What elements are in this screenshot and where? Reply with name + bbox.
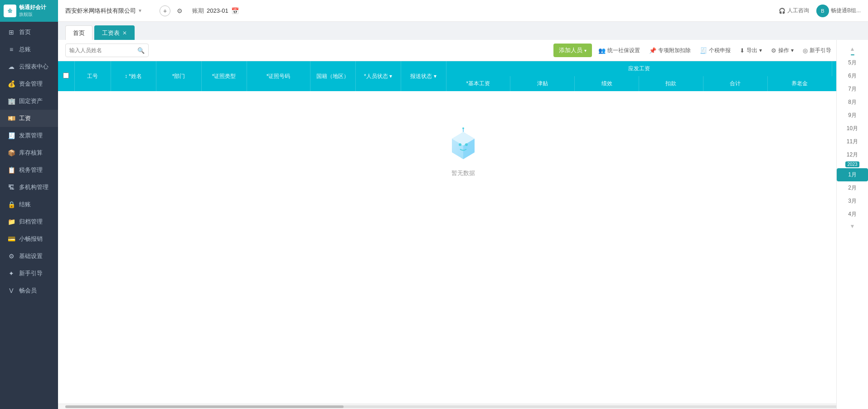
date-month-8[interactable]: 8月 bbox=[837, 96, 868, 109]
th-person-status[interactable]: *人员状态 ▾ bbox=[355, 61, 401, 91]
scroll-thumb[interactable] bbox=[65, 405, 344, 408]
sidebar-item-salary[interactable]: 💴 工资 bbox=[0, 110, 58, 127]
calendar-icon[interactable]: 📅 bbox=[231, 7, 239, 15]
sidebar-item-member[interactable]: V 畅会员 bbox=[0, 282, 58, 299]
sidebar-icon-funds: 💰 bbox=[7, 80, 15, 88]
operations-button[interactable]: ⚙ 操作 ▾ bbox=[768, 44, 796, 57]
th-dept: *部门 bbox=[156, 61, 201, 91]
sidebar-label-invoice: 发票管理 bbox=[19, 131, 43, 140]
search-icon[interactable]: 🔍 bbox=[137, 47, 145, 54]
add-people-label: 添加人员 bbox=[559, 46, 582, 54]
sidebar-item-funds[interactable]: 💰 资金管理 bbox=[0, 75, 58, 93]
date-month-1-2023[interactable]: 1月 bbox=[837, 168, 868, 181]
th-report-status[interactable]: 报送状态 ▾ bbox=[401, 61, 446, 91]
date-prev-button[interactable]: ▲ bbox=[847, 44, 858, 54]
sidebar-item-multi-org[interactable]: 🏗 多机构管理 bbox=[0, 179, 58, 196]
export-button[interactable]: ⬇ 导出 ▾ bbox=[737, 44, 765, 57]
sidebar-icon-inventory: 📦 bbox=[7, 149, 15, 156]
date-month-11[interactable]: 11月 bbox=[837, 135, 868, 148]
personal-tax-button[interactable]: 🧾 个税申报 bbox=[697, 44, 733, 57]
th-cert-type: *证照类型 bbox=[201, 61, 247, 91]
sidebar-icon-tax: 📋 bbox=[7, 166, 15, 174]
date-panel: ▲ 5月 6月 7月 8月 9月 10月 11月 12月 2023 1月 2月 … bbox=[836, 40, 868, 409]
tab-home[interactable]: 首页 bbox=[65, 25, 92, 40]
personal-tax-label: 个税申报 bbox=[709, 47, 731, 54]
customer-service[interactable]: 🎧 人工咨询 bbox=[779, 7, 809, 15]
sidebar-label-guide: 新手引导 bbox=[19, 269, 43, 278]
content-area: 🔍 添加人员 ▾ 👥 统一社保设置 📌 专项附加扣除 🧾 个税申报 ⬇ 导出 bbox=[58, 40, 868, 409]
tab-salary[interactable]: 工资表 ✕ bbox=[94, 25, 135, 40]
th-deduction: 扣款 bbox=[639, 76, 703, 91]
table-header-row-1: 工号 ↕ *姓名 *部门 *证照类型 *证照号码 国籍（地区） *人员状态 ▾ … bbox=[58, 61, 868, 76]
add-company-button[interactable]: + bbox=[160, 5, 170, 16]
sidebar-item-cloud-report[interactable]: ☁ 云报表中心 bbox=[0, 58, 58, 75]
date-month-5[interactable]: 5月 bbox=[837, 56, 868, 69]
horizontal-scrollbar[interactable] bbox=[58, 404, 868, 409]
select-all-checkbox[interactable] bbox=[63, 73, 69, 78]
sidebar-item-close[interactable]: 🔒 结账 bbox=[0, 196, 58, 213]
special-deduction-icon: 📌 bbox=[649, 47, 656, 54]
sidebar-label-salary: 工资 bbox=[19, 114, 31, 122]
sidebar-item-fixed-assets[interactable]: 🏢 固定资产 bbox=[0, 93, 58, 110]
date-month-7[interactable]: 7月 bbox=[837, 83, 868, 96]
th-region: 国籍（地区） bbox=[310, 61, 355, 91]
sidebar-item-tax[interactable]: 📋 税务管理 bbox=[0, 161, 58, 179]
sidebar-item-invoice[interactable]: 🧾 发票管理 bbox=[0, 127, 58, 144]
date-month-6[interactable]: 6月 bbox=[837, 69, 868, 83]
svg-point-6 bbox=[462, 127, 464, 129]
empty-state-cell: 暂无数据 bbox=[58, 91, 868, 214]
tab-salary-close[interactable]: ✕ bbox=[122, 30, 127, 36]
search-input[interactable] bbox=[69, 47, 137, 54]
topbar: 西安虾米网络科技有限公司 ▼ + ⚙ 账期 2023-01 📅 🎧 人工咨询 B… bbox=[58, 0, 868, 22]
sidebar-icon-cloud-report: ☁ bbox=[7, 63, 15, 70]
headset-icon: 🎧 bbox=[779, 8, 786, 14]
date-month-9[interactable]: 9月 bbox=[837, 109, 868, 122]
date-month-4[interactable]: 4月 bbox=[837, 208, 868, 221]
th-checkbox[interactable] bbox=[58, 61, 74, 91]
tab-salary-label: 工资表 bbox=[102, 29, 120, 37]
social-insurance-button[interactable]: 👥 统一社保设置 bbox=[596, 44, 643, 57]
company-name: 西安虾米网络科技有限公司 bbox=[65, 7, 136, 15]
sidebar-label-home: 首页 bbox=[19, 28, 31, 36]
sidebar-icon-settings: ⚙ bbox=[7, 253, 15, 260]
sidebar-label-inventory: 库存核算 bbox=[19, 149, 43, 157]
empty-state: 暂无数据 bbox=[58, 91, 868, 214]
company-selector[interactable]: 西安虾米网络科技有限公司 ▼ bbox=[65, 7, 156, 15]
sidebar-item-expense[interactable]: 💳 小畅报销 bbox=[0, 230, 58, 248]
date-month-12[interactable]: 12月 bbox=[837, 148, 868, 161]
sidebar-label-cloud-report: 云报表中心 bbox=[19, 63, 48, 71]
sidebar-label-archive: 归档管理 bbox=[19, 218, 43, 226]
logo-text: 畅通好会计 bbox=[19, 4, 46, 11]
empty-icon bbox=[445, 127, 481, 164]
company-dropdown-icon: ▼ bbox=[138, 8, 142, 13]
date-month-2[interactable]: 2月 bbox=[837, 181, 868, 195]
sidebar-label-expense: 小畅报销 bbox=[19, 235, 43, 243]
sidebar-item-ledger[interactable]: ≡ 总账 bbox=[0, 41, 58, 58]
user-profile[interactable]: B 畅捷通B组... bbox=[816, 5, 861, 17]
date-next-button[interactable]: ▼ bbox=[847, 221, 858, 232]
th-performance: 绩效 bbox=[575, 76, 639, 91]
settings-button[interactable]: ⚙ bbox=[174, 5, 185, 16]
sidebar-item-home[interactable]: ⊞ 首页 bbox=[0, 24, 58, 41]
th-pension: 养老金 bbox=[767, 76, 832, 91]
tabbar: 首页 工资表 ✕ bbox=[58, 22, 868, 40]
new-guide-button[interactable]: ◎ 新手引导 bbox=[800, 44, 834, 57]
date-month-3[interactable]: 3月 bbox=[837, 195, 868, 208]
table-body: 暂无数据 bbox=[58, 91, 868, 214]
special-deduction-button[interactable]: 📌 专项附加扣除 bbox=[646, 44, 693, 57]
avatar: B bbox=[816, 5, 829, 17]
sidebar-item-settings[interactable]: ⚙ 基础设置 bbox=[0, 248, 58, 265]
th-id: 工号 bbox=[74, 61, 111, 91]
th-base-salary: *基本工资 bbox=[446, 76, 510, 91]
th-name[interactable]: ↕ *姓名 bbox=[111, 61, 156, 91]
sidebar-item-inventory[interactable]: 📦 库存核算 bbox=[0, 144, 58, 161]
date-month-10[interactable]: 10月 bbox=[837, 122, 868, 135]
sidebar-icon-home: ⊞ bbox=[7, 29, 15, 36]
add-people-button[interactable]: 添加人员 ▾ bbox=[553, 44, 592, 57]
sidebar-label-tax: 税务管理 bbox=[19, 166, 43, 174]
sidebar-item-guide[interactable]: ✦ 新手引导 bbox=[0, 265, 58, 282]
sidebar-item-archive[interactable]: 📁 归档管理 bbox=[0, 213, 58, 230]
social-insurance-label: 统一社保设置 bbox=[607, 47, 640, 54]
personal-tax-icon: 🧾 bbox=[700, 47, 707, 54]
export-dropdown-icon: ▾ bbox=[759, 47, 762, 54]
